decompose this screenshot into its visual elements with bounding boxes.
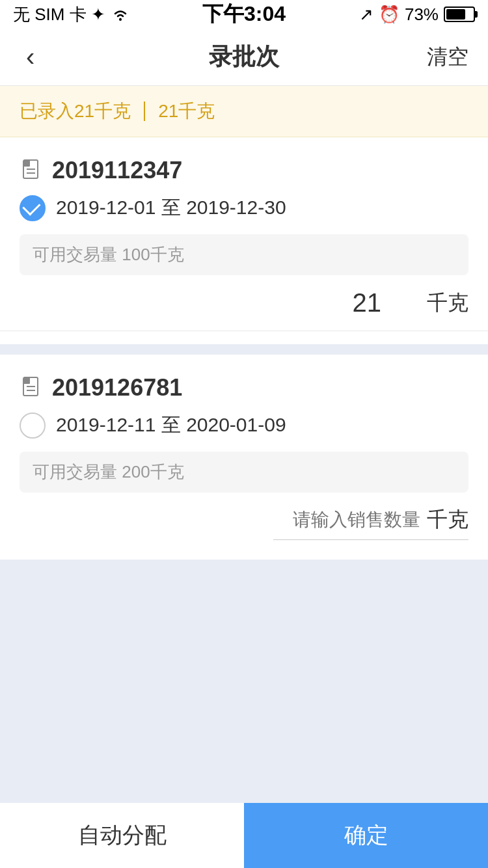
batch-2-qty-input[interactable] xyxy=(193,509,420,530)
batch-1-header: 2019112347 xyxy=(20,157,468,184)
batch-1-qty-unit: 千克 xyxy=(427,289,468,318)
batch-2-qty-row: 千克 xyxy=(0,493,488,547)
page-title: 录批次 xyxy=(209,41,279,73)
clear-button[interactable]: 清空 xyxy=(427,43,468,72)
status-bar: 无 SIM 卡 ✦ 下午3:04 ↗ ⏰ 73% xyxy=(0,0,488,29)
sim-label: 无 SIM 卡 ✦ xyxy=(13,3,105,26)
batch-item-2: 2019126781 2019-12-11 至 2020-01-09 可用交易量… xyxy=(0,355,488,560)
batch-1-available: 可用交易量 100千克 xyxy=(20,234,468,275)
batch-1-qty-row: 21 千克 xyxy=(0,275,488,331)
batch-item-1: 2019112347 2019-12-01 至 2019-12-30 可用交易量… xyxy=(0,137,488,344)
doc-icon-1 xyxy=(20,159,46,182)
alarm-icon: ⏰ xyxy=(379,5,400,25)
battery-icon xyxy=(444,7,475,22)
batch-1-radio[interactable] xyxy=(20,195,46,221)
section-separator xyxy=(0,344,488,355)
batch-1-qty-value: 21 xyxy=(353,288,382,318)
bottom-area xyxy=(0,560,488,820)
recorded-value: 21千克 xyxy=(158,99,215,124)
status-left: 无 SIM 卡 ✦ xyxy=(13,3,130,26)
battery-pct: 73% xyxy=(405,5,439,25)
status-time: 下午3:04 xyxy=(202,0,286,29)
batch-2-radio[interactable] xyxy=(20,413,46,439)
batch-2-header: 2019126781 xyxy=(20,374,468,401)
batch-2-header-section: 2019126781 2019-12-11 至 2020-01-09 可用交易量… xyxy=(0,355,488,493)
doc-icon-2 xyxy=(20,376,46,400)
batch-1-date-row[interactable]: 2019-12-01 至 2019-12-30 xyxy=(20,195,468,221)
batch-2-date-row[interactable]: 2019-12-11 至 2020-01-09 xyxy=(20,412,468,439)
batch-2-available: 可用交易量 200千克 xyxy=(20,452,468,493)
batch-2-input-inner: 千克 xyxy=(193,506,468,534)
batch-2-id: 2019126781 xyxy=(52,374,182,401)
wifi-icon xyxy=(111,7,130,21)
recorded-label: 已录入21千克 xyxy=(20,99,131,124)
auto-distribute-button[interactable]: 自动分配 xyxy=(0,803,244,868)
batch-1-id: 2019112347 xyxy=(52,157,182,184)
bottom-buttons: 自动分配 确定 xyxy=(0,803,488,868)
batch-1-header-section: 2019112347 2019-12-01 至 2019-12-30 可用交易量… xyxy=(0,137,488,275)
status-right: ↗ ⏰ 73% xyxy=(359,5,475,25)
location-icon: ↗ xyxy=(359,5,373,25)
info-banner: 已录入21千克 21千克 xyxy=(0,86,488,137)
svg-rect-6 xyxy=(23,377,30,384)
confirm-button[interactable]: 确定 xyxy=(244,803,488,868)
batch-1-date: 2019-12-01 至 2019-12-30 xyxy=(56,195,286,221)
batch-2-input-container: 千克 xyxy=(20,506,468,540)
batch-2-date: 2019-12-11 至 2020-01-09 xyxy=(56,412,286,439)
svg-rect-2 xyxy=(23,160,30,167)
nav-bar: ‹ 录批次 清空 xyxy=(0,29,488,86)
svg-point-0 xyxy=(119,18,122,21)
batch-2-qty-unit: 千克 xyxy=(427,506,468,534)
back-button[interactable]: ‹ xyxy=(20,36,41,78)
info-divider xyxy=(144,102,145,121)
